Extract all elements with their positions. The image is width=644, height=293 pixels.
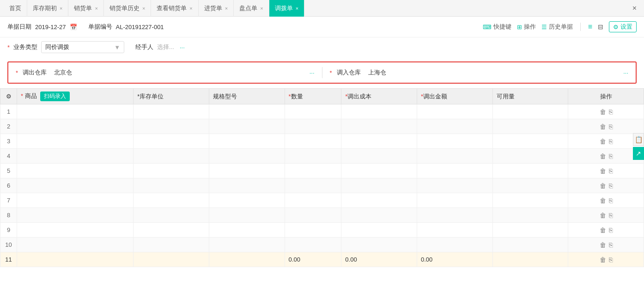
spec-cell[interactable] xyxy=(209,149,285,164)
amount-cell[interactable] xyxy=(417,223,492,238)
delete-row-icon[interactable]: 🗑 xyxy=(600,153,606,160)
spec-cell[interactable] xyxy=(209,178,285,193)
tab-inventory-init-close[interactable]: × xyxy=(60,6,62,11)
avail-cell[interactable] xyxy=(492,149,568,164)
tab-bar-close-button[interactable]: × xyxy=(629,4,640,12)
layout-grid-button[interactable]: ⊟ xyxy=(598,23,603,31)
delete-row-icon[interactable]: 🗑 xyxy=(600,167,606,175)
spec-cell[interactable] xyxy=(209,134,285,149)
avail-cell[interactable] xyxy=(492,104,568,119)
product-cell[interactable] xyxy=(17,193,134,208)
delete-row-icon[interactable]: 🗑 xyxy=(600,226,606,234)
tab-view-sales-close[interactable]: × xyxy=(189,6,192,11)
cost-cell[interactable] xyxy=(341,104,417,119)
product-cell[interactable] xyxy=(17,119,134,134)
tab-sales-history-close[interactable]: × xyxy=(142,6,145,11)
amount-cell[interactable] xyxy=(417,134,492,149)
amount-cell[interactable] xyxy=(417,119,492,134)
amount-cell[interactable] xyxy=(417,178,492,193)
delete-icon[interactable]: 🗑 xyxy=(600,256,606,263)
avail-cell[interactable] xyxy=(492,223,568,238)
avail-cell[interactable] xyxy=(492,193,568,208)
qty-cell[interactable] xyxy=(285,208,341,223)
unit-cell[interactable] xyxy=(134,119,209,134)
cost-cell[interactable] xyxy=(341,164,417,178)
unit-cell[interactable] xyxy=(134,104,209,119)
avail-cell[interactable] xyxy=(492,238,568,252)
product-cell[interactable] xyxy=(17,149,134,164)
cost-cell[interactable] xyxy=(341,178,417,193)
spec-cell[interactable] xyxy=(209,104,285,119)
tab-stocktake-close[interactable]: × xyxy=(260,6,263,11)
copy-row-icon[interactable]: ⎘ xyxy=(609,123,613,130)
unit-cell[interactable] xyxy=(134,178,209,193)
product-cell[interactable] xyxy=(17,164,134,178)
product-cell[interactable] xyxy=(17,134,134,149)
avail-cell[interactable] xyxy=(492,134,568,149)
tab-transfer-close[interactable]: × xyxy=(296,6,298,11)
operate-button[interactable]: ⊞ 操作 xyxy=(517,23,536,31)
avail-cell[interactable] xyxy=(492,208,568,223)
copy-row-icon[interactable]: ⎘ xyxy=(609,212,613,219)
product-cell[interactable] xyxy=(17,104,134,119)
business-type-select[interactable]: 同价调拨 ▼ xyxy=(41,41,124,53)
right-float-expand-button[interactable]: ↗ xyxy=(633,147,644,160)
copy-row-icon[interactable]: ⎘ xyxy=(609,167,613,175)
copy-row-icon[interactable]: ⎘ xyxy=(609,138,613,145)
cost-cell[interactable] xyxy=(341,149,417,164)
delete-row-icon[interactable]: 🗑 xyxy=(600,123,606,130)
copy-row-icon[interactable]: ⎘ xyxy=(609,182,613,189)
cost-cell[interactable] xyxy=(341,238,417,252)
unit-cell[interactable] xyxy=(134,193,209,208)
amount-cell[interactable] xyxy=(417,104,492,119)
cost-cell[interactable] xyxy=(341,119,417,134)
tab-stocktake[interactable]: 盘点单 × xyxy=(234,0,269,17)
qty-cell[interactable] xyxy=(285,119,341,134)
qty-cell[interactable] xyxy=(285,178,341,193)
tab-transfer[interactable]: 调拨单 × xyxy=(269,0,304,17)
amount-cell[interactable] xyxy=(417,208,492,223)
unit-cell[interactable] xyxy=(134,149,209,164)
amount-cell[interactable] xyxy=(417,149,492,164)
unit-cell[interactable] xyxy=(134,164,209,178)
qty-cell[interactable] xyxy=(285,164,341,178)
spec-cell[interactable] xyxy=(209,119,285,134)
unit-cell[interactable] xyxy=(134,134,209,149)
unit-cell[interactable] xyxy=(134,208,209,223)
tab-sales-order-close[interactable]: × xyxy=(95,6,97,11)
delete-row-icon[interactable]: 🗑 xyxy=(600,212,606,219)
history-button[interactable]: ☰ 历史单据 xyxy=(541,23,573,31)
copy-icon[interactable]: ⎘ xyxy=(609,256,613,263)
qty-cell[interactable] xyxy=(285,193,341,208)
product-cell[interactable] xyxy=(17,238,134,252)
product-cell[interactable] xyxy=(17,208,134,223)
spec-cell[interactable] xyxy=(209,208,285,223)
shortcut-button[interactable]: ⌨ 快捷键 xyxy=(483,23,511,31)
delete-row-icon[interactable]: 🗑 xyxy=(600,138,606,145)
qty-cell[interactable] xyxy=(285,223,341,238)
tab-purchase[interactable]: 进货单 × xyxy=(199,0,234,17)
copy-row-icon[interactable]: ⎘ xyxy=(609,153,613,160)
spec-cell[interactable] xyxy=(209,164,285,178)
avail-cell[interactable] xyxy=(492,119,568,134)
unit-cell[interactable] xyxy=(134,223,209,238)
tab-sales-history[interactable]: 销货单历史 × xyxy=(104,0,151,17)
warehouse-in-more-icon[interactable]: ··· xyxy=(623,69,628,76)
tab-purchase-close[interactable]: × xyxy=(225,6,228,11)
delete-row-icon[interactable]: 🗑 xyxy=(600,241,606,249)
cost-cell[interactable] xyxy=(341,223,417,238)
amount-cell[interactable] xyxy=(417,193,492,208)
unit-cell[interactable] xyxy=(134,238,209,252)
delete-row-icon[interactable]: 🗑 xyxy=(600,197,606,204)
cost-cell[interactable] xyxy=(341,193,417,208)
product-cell[interactable] xyxy=(17,223,134,238)
qty-cell[interactable] xyxy=(285,238,341,252)
copy-row-icon[interactable]: ⎘ xyxy=(609,197,613,204)
delete-row-icon[interactable]: 🗑 xyxy=(600,182,606,189)
amount-cell[interactable] xyxy=(417,238,492,252)
agent-select[interactable]: 选择... xyxy=(157,43,174,51)
delete-row-icon[interactable]: 🗑 xyxy=(600,108,606,116)
calendar-icon[interactable]: 📅 xyxy=(70,24,77,31)
settings-button[interactable]: ⚙ 设置 xyxy=(609,21,637,32)
right-float-notes-button[interactable]: 📋 xyxy=(633,133,644,146)
